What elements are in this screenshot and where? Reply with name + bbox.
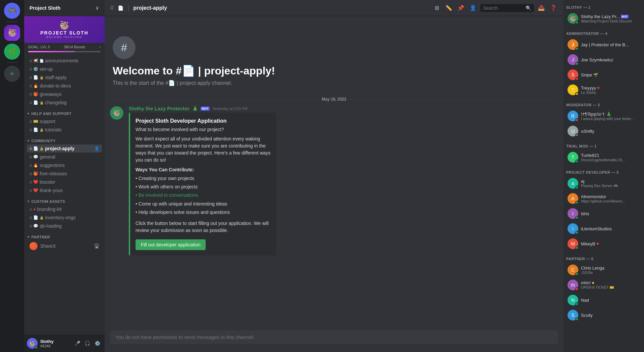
member-avatar-ushifty: U xyxy=(568,126,578,136)
mikeyb-dot xyxy=(597,243,599,245)
boost-info[interactable]: GOAL: LVL 3 38/14 Boosts › xyxy=(24,43,105,51)
channel-emoji-inventory: 📄 xyxy=(33,215,38,220)
hash-icon: # xyxy=(30,180,32,185)
channel-item-inventory-imgs[interactable]: # 📄 🔒 inventory-imgs xyxy=(27,214,102,222)
search-bar[interactable]: 🔍 xyxy=(480,4,534,12)
category-help-support[interactable]: ▼ HELP AND SUPPORT xyxy=(24,107,105,117)
pin-icon[interactable]: 📌 xyxy=(456,3,466,13)
server-icon-green[interactable]: 🌿 xyxy=(4,44,20,60)
channel-item-general[interactable]: # 💬 general xyxy=(27,153,102,161)
channel-name-free-releases: free-releases xyxy=(40,171,67,176)
member-category-trial-mod: TRIAL MOD — 1 xyxy=(564,139,644,150)
channel-item-thank-yous[interactable]: # ❤️ thank-yous xyxy=(27,186,102,194)
channel-item-tutorials[interactable]: # 📄 🔒 tutorials xyxy=(27,126,102,134)
edit-icon[interactable]: ✏️ xyxy=(444,3,453,13)
server-icon-project-sloth[interactable]: 🦥 xyxy=(4,25,20,41)
member-avatar-ripple: R xyxy=(568,111,578,121)
add-server-button[interactable]: + xyxy=(4,66,20,82)
category-community[interactable]: ▼ COMMUNITY xyxy=(24,134,105,144)
embed-way-2: • Work with others on projects xyxy=(136,183,271,191)
discord-home-icon[interactable]: 🎮 xyxy=(4,3,20,19)
channel-item-announcements[interactable]: # 📢 📄 announcements xyxy=(27,57,102,65)
member-name-nad: Nad xyxy=(581,298,640,303)
channel-item-giveaways[interactable]: # 🎁 giveaways xyxy=(27,90,102,98)
member-item-joe[interactable]: J Joe Szymkowicz xyxy=(565,52,643,67)
sloth-emoji: 🦥 xyxy=(59,21,69,30)
channel-item-booster[interactable]: # ❤️ booster xyxy=(27,178,102,186)
member-item-ushifty[interactable]: U uShifty xyxy=(565,124,643,138)
user-area: 🦥 Slothy #6246 🎤 🎧 ⚙️ xyxy=(24,335,105,352)
server-header[interactable]: Project Sloth ∨ xyxy=(24,0,105,16)
channel-item-qb-loading[interactable]: # 💬 qb-loading xyxy=(27,222,102,230)
deafen-button[interactable]: 🎧 xyxy=(83,339,92,348)
channel-item-sharex[interactable]: S ShareX 🖥️ xyxy=(27,241,102,251)
hash-icon: # xyxy=(30,155,32,160)
member-item-idris[interactable]: I Idris xyxy=(565,206,643,221)
channel-header: # 📄 | project-apply ⊞ ✏️ 📌 👤 🔍 📥 ❓ xyxy=(105,0,564,16)
member-activity-mhn: OPEN A TICKET 🎫 xyxy=(581,285,640,290)
member-item-alivemonstor[interactable]: A Alivemonstor https://github.com/Alivem… xyxy=(565,191,643,206)
channel-item-donate[interactable]: # 🔥 donate-to-devs xyxy=(27,82,102,90)
embed-way-1: • Creating your own projects xyxy=(136,174,271,183)
channel-name-suggestions: suggestions xyxy=(40,163,65,168)
member-item-aj[interactable]: a aj Playing Dev Server 🎮 xyxy=(565,176,643,191)
member-item-nad[interactable]: N Nad xyxy=(565,293,643,307)
hash-icon: # xyxy=(30,100,32,105)
channel-item-free-releases[interactable]: # 🎁 free-releases xyxy=(27,170,102,178)
channel-emoji-booster: ❤️ xyxy=(33,180,38,184)
sharex-icon: S xyxy=(30,242,38,250)
treyyyy-dot xyxy=(597,87,599,89)
member-name-ushifty: uShifty xyxy=(581,129,640,134)
member-name-aj: aj xyxy=(581,179,640,184)
fill-application-button[interactable]: Fill out developer application xyxy=(136,239,206,250)
member-item-slothy[interactable]: 🦥 Slothy the Lazy Pr... BOT Watching Pro… xyxy=(565,11,643,26)
channel-item-changelog[interactable]: # 📄 🔒 changelog xyxy=(27,99,102,107)
add-members-icon[interactable]: 👤 xyxy=(468,3,478,13)
member-item-mhn[interactable]: m mhn! OPEN A TICKET 🎫 xyxy=(565,278,643,292)
hash-icon: # xyxy=(30,92,32,97)
help-icon[interactable]: ❓ xyxy=(549,3,558,13)
mute-button[interactable]: 🎤 xyxy=(72,339,82,348)
channel-item-branding-kit[interactable]: # ● branding-kit xyxy=(27,205,102,213)
member-item-treyyyy[interactable]: T Treyyyy Le Slothy xyxy=(565,82,643,97)
member-name-slothy: Slothy the Lazy Pr... BOT xyxy=(581,14,640,19)
channel-item-setup[interactable]: # ⚙️ set-up xyxy=(27,65,102,73)
channel-name-sharex: ShareX xyxy=(40,243,56,249)
status-indicator xyxy=(35,346,38,349)
embed-ways-title: Ways You Can Contribute: xyxy=(136,167,271,172)
category-custom-assets[interactable]: ▼ CUSTOM ASSETS xyxy=(24,195,105,205)
member-info-ushifty: uShifty xyxy=(581,129,640,134)
member-item-mikeyb[interactable]: M MikeyB xyxy=(565,236,643,251)
member-item-scully[interactable]: S Scully xyxy=(565,308,643,322)
channel-item-staff-apply[interactable]: # 📄 🔒 staff-apply xyxy=(27,73,102,81)
member-avatar-slothy: 🦥 xyxy=(568,13,578,24)
date-label: May 18, 2022 xyxy=(322,97,346,102)
channel-item-project-apply[interactable]: # 📄 🔒 project-apply 👤 xyxy=(27,144,102,153)
welcome-title: Welcome to #📄 | project-apply! xyxy=(113,64,555,77)
channel-item-suggestions[interactable]: # 🔥 suggestions xyxy=(27,161,102,169)
member-info-turtle821: Turtle821 Discord.gg/turtlemafia 20... xyxy=(581,153,640,162)
boost-count: 38/14 Boosts xyxy=(64,45,85,49)
settings-button[interactable]: ⚙️ xyxy=(93,339,102,348)
embed-way-3: • Be involved in conversations xyxy=(136,191,271,199)
channel-name-tutorials: tutorials xyxy=(45,127,61,132)
channel-emoji-general: 💬 xyxy=(33,155,38,159)
member-item-jay[interactable]: J Jay | Protector of the B... xyxy=(565,37,643,52)
member-name-scully: Scully xyxy=(581,313,640,318)
message-author: Slothy the Lazy Protector xyxy=(129,106,190,111)
member-item-turtle821[interactable]: T Turtle821 Discord.gg/turtlemafia 20... xyxy=(565,150,643,165)
member-item-illenium[interactable]: i iLleniumStudios xyxy=(565,221,643,236)
channel-emoji-free-releases: 🎁 xyxy=(33,171,38,176)
member-item-snipe[interactable]: S Snipe 🌱 xyxy=(565,67,643,82)
embed-body1: We don't expect all of your undivided at… xyxy=(136,135,271,164)
inbox-icon[interactable]: 📥 xyxy=(537,3,546,13)
date-divider: May 18, 2022 xyxy=(105,94,564,104)
member-item-ripple[interactable]: R !†¶'ℝ𝕡𝕡𝕝𝕖'† 🎄 I wasnt playing with you… xyxy=(565,109,643,123)
hash-members-icon[interactable]: ⊞ xyxy=(432,3,441,13)
search-input[interactable] xyxy=(483,5,524,11)
hash-icon: # xyxy=(30,83,32,89)
category-partner[interactable]: ▼ PARTNER xyxy=(24,230,105,240)
member-item-chris[interactable]: C Chris Lenga .GG/5e xyxy=(565,262,643,277)
welcome-section: # Welcome to #📄 | project-apply! This is… xyxy=(105,16,564,94)
channel-item-support[interactable]: # 🎫 support xyxy=(27,117,102,125)
